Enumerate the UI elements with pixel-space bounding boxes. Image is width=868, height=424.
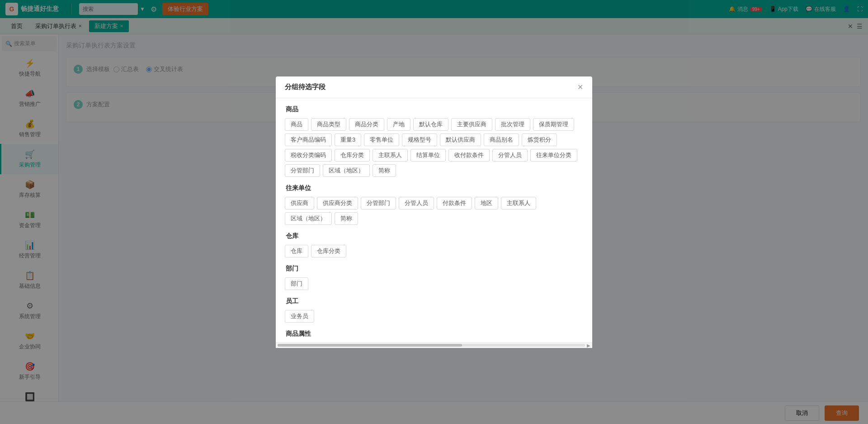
section-warehouse: 仓库 仓库 仓库分类 (285, 232, 583, 257)
section-department-fields: 部门 (285, 277, 583, 290)
field-tag[interactable]: 供应商分类 (317, 197, 358, 210)
section-employee: 员工 业务员 (285, 297, 583, 323)
field-tag[interactable]: 分管部门 (285, 164, 320, 177)
scrollbar-thumb[interactable] (278, 344, 462, 347)
field-tag[interactable]: 付款条件 (437, 197, 472, 210)
section-product: 商品 商品 商品类型 商品分类 产地 默认仓库 主要供应商 批次管理 保质期管理… (285, 105, 583, 177)
field-tag[interactable]: 商品类型 (311, 118, 346, 131)
field-tag[interactable]: 保质期管理 (533, 118, 574, 131)
field-select-modal: 分组待选字段 ✕ 商品 商品 商品类型 商品分类 产地 默认仓库 主要供应商 (276, 76, 592, 348)
main-layout: 🔍 搜索菜单 ⚡ 快捷导航 📣 营销推广 💰 销售管理 🛒 采购管理 📦 库存核… (0, 34, 868, 424)
field-tag[interactable]: 商品分类 (349, 118, 384, 131)
section-department-title: 部门 (285, 265, 583, 273)
field-tag[interactable]: 往来单位分类 (530, 149, 577, 162)
field-tag[interactable]: 分管部门 (361, 197, 396, 210)
field-tag[interactable]: 主联系人 (501, 197, 536, 210)
field-tag[interactable]: 分管人员 (492, 149, 528, 162)
modal-overlay: 分组待选字段 ✕ 商品 商品 商品类型 商品分类 产地 默认仓库 主要供应商 (59, 34, 868, 424)
field-tag[interactable]: 结算单位 (410, 149, 446, 162)
scroll-right-arrow[interactable]: ▶ (587, 343, 590, 348)
field-tag[interactable]: 简称 (335, 212, 358, 225)
field-tag[interactable]: 供应商 (285, 197, 314, 210)
field-tag[interactable]: 分管人员 (399, 197, 434, 210)
field-tag[interactable]: 商品 (285, 118, 308, 131)
scrollbar-track (278, 344, 585, 347)
main-content: 采购订单执行表方案设置 1 选择模板 汇总表 交叉统计表 (59, 34, 868, 424)
field-tag[interactable]: 默认仓库 (413, 118, 448, 131)
field-tag[interactable]: 收付款条件 (448, 149, 490, 162)
modal-close-button[interactable]: ✕ (577, 83, 583, 91)
field-tag[interactable]: 地区 (475, 197, 498, 210)
section-partner-title: 往来单位 (285, 184, 583, 192)
field-tag[interactable]: 简称 (373, 164, 396, 177)
field-tag[interactable]: 仓库分类 (311, 245, 346, 257)
section-product-title: 商品 (285, 105, 583, 114)
field-tag[interactable]: 产地 (387, 118, 410, 131)
modal-header: 分组待选字段 ✕ (276, 76, 592, 98)
section-product-attr: 商品属性 属性 颜色 多规格 尺码 鞋码 1 (285, 330, 583, 343)
modal-scrollbar-h[interactable]: ▶ (276, 343, 592, 348)
section-warehouse-title: 仓库 (285, 232, 583, 240)
field-tag[interactable]: 主联系人 (373, 149, 408, 162)
field-tag[interactable]: 主要供应商 (451, 118, 492, 131)
section-department: 部门 部门 (285, 265, 583, 290)
field-tag[interactable]: 部门 (285, 277, 308, 290)
section-partner-fields: 供应商 供应商分类 分管部门 分管人员 付款条件 地区 主联系人 区域（地区） … (285, 197, 583, 225)
modal-title: 分组待选字段 (285, 83, 326, 91)
field-tag[interactable]: 区域（地区） (323, 164, 370, 177)
field-tag[interactable]: 税收分类编码 (285, 149, 332, 162)
field-tag[interactable]: 仓库 (285, 245, 308, 257)
field-tag[interactable]: 默认供应商 (440, 133, 481, 146)
field-tag[interactable]: 商品别名 (484, 133, 519, 146)
section-employee-fields: 业务员 (285, 310, 583, 323)
field-tag[interactable]: 业务员 (285, 310, 314, 323)
field-tag[interactable]: 仓库分类 (335, 149, 370, 162)
section-partner: 往来单位 供应商 供应商分类 分管部门 分管人员 付款条件 地区 主联系人 区域… (285, 184, 583, 225)
field-tag[interactable]: 规格型号 (402, 133, 437, 146)
section-warehouse-fields: 仓库 仓库分类 (285, 245, 583, 257)
section-product-attr-title: 商品属性 (285, 330, 583, 338)
section-employee-title: 员工 (285, 297, 583, 305)
field-tag[interactable]: 炼货积分 (522, 133, 557, 146)
field-tag[interactable]: 零售单位 (364, 133, 399, 146)
field-tag[interactable]: 区域（地区） (285, 212, 332, 225)
field-tag[interactable]: 重量3 (335, 133, 361, 146)
section-product-fields: 商品 商品类型 商品分类 产地 默认仓库 主要供应商 批次管理 保质期管理 客户… (285, 118, 583, 177)
field-tag[interactable]: 批次管理 (495, 118, 530, 131)
modal-body[interactable]: 商品 商品 商品类型 商品分类 产地 默认仓库 主要供应商 批次管理 保质期管理… (276, 98, 592, 343)
field-tag[interactable]: 客户商品编码 (285, 133, 332, 146)
